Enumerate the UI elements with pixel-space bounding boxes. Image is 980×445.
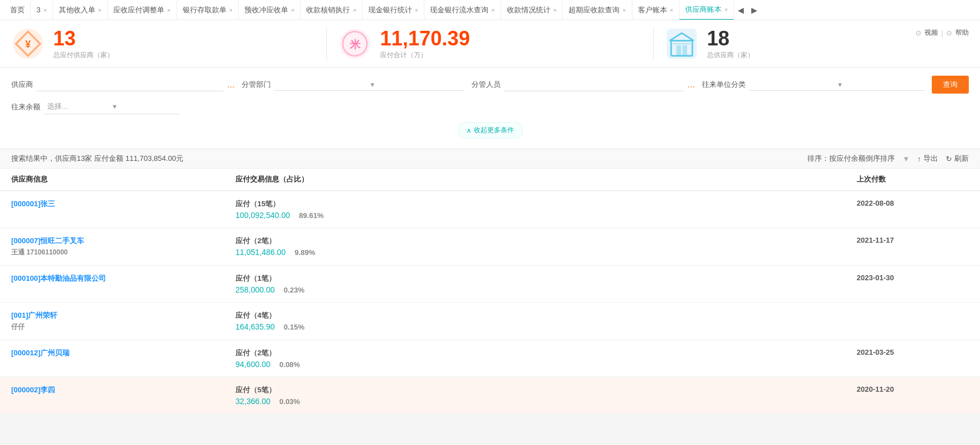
svg-rect-6 [682, 45, 687, 56]
balance-dropdown-icon: ▼ [112, 103, 176, 110]
nav-tab-supplier-ledger[interactable]: 供应商账本 × [679, 0, 734, 20]
trans-amount[interactable]: 94,600.00 [235, 360, 270, 369]
nav-tab-overdue-close[interactable]: × [622, 7, 626, 13]
help-icon: ⊙ [946, 29, 952, 37]
nav-tab-collect-stats-close[interactable]: × [553, 7, 557, 13]
svg-rect-5 [677, 45, 681, 56]
nav-tab-other-income[interactable]: 其他收入单 × [53, 0, 108, 20]
filter-area: 供应商 ... 分管部门 ▼ 分管人员 ... 往来单位分类 ▼ 查询 [0, 68, 980, 149]
balance-filter-value: 选择... [47, 101, 112, 112]
supplier-cell: [000100]本特勤油品有限公司 [11, 274, 235, 284]
supplier-filter-dots[interactable]: ... [227, 80, 234, 90]
filter-category: 往来单位分类 ▼ [702, 79, 926, 91]
nav-tab-customer-ledger[interactable]: 客户账本 × [632, 0, 679, 20]
trans-row: 32,366.00 0.03% [235, 395, 857, 406]
nav-tab-collect-exec-label: 收款核销执行 [306, 5, 350, 15]
last-pay-date: 2022-08-08 [857, 199, 894, 207]
category-filter-select[interactable]: ▼ [749, 79, 926, 91]
nav-tab-cash-bank-stats-close[interactable]: × [415, 7, 418, 13]
trans-amount[interactable]: 164,635.90 [235, 322, 275, 331]
export-label: 导出 [923, 154, 938, 164]
last-pay-cell: 2022-08-08 [857, 199, 969, 207]
last-pay-date: 2023-01-30 [857, 274, 894, 282]
table-row: [000002]李四 应付（5笔） 32,366.00 0.03% 2020-1… [0, 377, 980, 414]
col-header-last-pay: 上次付数 [857, 174, 969, 184]
collapse-chevron-icon: ∧ [466, 127, 471, 135]
sort-dropdown-icon[interactable]: ▼ [903, 155, 910, 163]
stat-payable-total-info: 11,170.39 应付合计（万） [380, 27, 470, 61]
category-dropdown-icon: ▼ [837, 81, 922, 88]
last-pay-date: 2021-11-17 [857, 236, 894, 244]
payable-total-icon: 米 [338, 27, 372, 61]
table-header: 供应商信息 应付交易信息（占比） 上次付数 [0, 169, 980, 191]
nav-tab-cash-bank-stats[interactable]: 现金银行统计 × [363, 0, 424, 20]
filter-supplier: 供应商 ... [11, 78, 235, 91]
nav-tab-advance-receive-close[interactable]: × [291, 7, 294, 13]
nav-tab-advance-receive[interactable]: 预收冲应收单 × [239, 0, 301, 20]
svg-text:¥: ¥ [25, 39, 31, 50]
nav-tab-collect-stats[interactable]: 收款情况统计 × [501, 0, 563, 20]
nav-tab-adjustment[interactable]: 应收应付调整单 × [108, 0, 177, 20]
last-pay-date: 2021-03-25 [857, 348, 894, 356]
filter-dept: 分管部门 ▼ [242, 79, 465, 91]
nav-tab-overdue[interactable]: 超期应收款查询 × [563, 0, 632, 20]
collapse-filter-label: 收起更多条件 [474, 126, 514, 135]
nav-tab-other-income-close[interactable]: × [98, 7, 101, 13]
nav-tab-cash-flow-close[interactable]: × [491, 7, 494, 13]
refresh-label: 刷新 [954, 154, 969, 164]
nav-tab-bank-deposit[interactable]: 银行存取款单 × [177, 0, 239, 20]
trans-amount[interactable]: 32,366.00 [235, 397, 270, 406]
collapse-filter-button[interactable]: ∧ 收起更多条件 [458, 122, 523, 138]
table-row: [000001]张三 应付（15笔） 100,092,540.00 89.61%… [0, 191, 980, 228]
nav-tab-collect-exec-close[interactable]: × [353, 7, 356, 13]
stat-payable-suppliers-info: 13 总应付供应商（家） [53, 27, 114, 61]
supplier-link[interactable]: [000001]张三 [11, 200, 55, 208]
col-header-supplier: 供应商信息 [11, 174, 235, 184]
trans-row: 94,600.00 0.08% [235, 358, 857, 369]
refresh-button[interactable]: ↻ 刷新 [946, 154, 969, 164]
supplier-link[interactable]: [000002]李四 [11, 386, 55, 394]
nav-tab-customer-ledger-close[interactable]: × [670, 7, 673, 13]
help-link[interactable]: 帮助 [955, 28, 969, 38]
supplier-cell: [000002]李四 [11, 385, 235, 395]
nav-tab-3-close[interactable]: × [43, 7, 47, 13]
person-filter-input[interactable] [504, 78, 684, 91]
nav-prev-arrow[interactable]: ◀ [734, 0, 747, 20]
dept-filter-select[interactable]: ▼ [274, 79, 465, 91]
supplier-filter-input[interactable] [36, 78, 224, 91]
sort-select[interactable]: 排序：按应付余额倒序排序 [807, 154, 895, 164]
filter-row-1: 供应商 ... 分管部门 ▼ 分管人员 ... 往来单位分类 ▼ 查询 [11, 76, 969, 94]
nav-tab-3[interactable]: 3 × [31, 0, 53, 20]
export-button[interactable]: ↑ 导出 [918, 154, 939, 164]
nav-tab-cash-flow[interactable]: 现金银行流水查询 × [424, 0, 501, 20]
supplier-link[interactable]: [001]广州荣轩 [11, 311, 57, 319]
filter-row-2: 往来余额 选择... ▼ [11, 99, 969, 114]
dept-filter-label: 分管部门 [242, 80, 271, 90]
nav-tab-adjustment-close[interactable]: × [167, 7, 170, 13]
table-row: [000100]本特勤油品有限公司 应付（1笔） 258,000.00 0.23… [0, 266, 980, 303]
separator: | [941, 29, 943, 37]
person-filter-dots[interactable]: ... [687, 80, 695, 90]
table-row: [000012]广州贝瑞 应付（2笔） 94,600.00 0.08% 2021… [0, 340, 980, 377]
filter-person: 分管人员 ... [471, 78, 695, 91]
dept-dropdown-icon: ▼ [369, 81, 461, 88]
nav-tab-bank-deposit-close[interactable]: × [229, 7, 233, 13]
supplier-link[interactable]: [000007]恒旺二手叉车 [11, 237, 84, 245]
nav-tab-home[interactable]: 首页 [4, 0, 31, 20]
nav-tab-customer-ledger-label: 客户账本 [638, 5, 667, 15]
nav-tab-collect-exec[interactable]: 收款核销执行 × [301, 0, 362, 20]
search-button[interactable]: 查询 [932, 76, 969, 94]
trans-amount[interactable]: 100,092,540.00 [235, 211, 290, 220]
nav-next-arrow[interactable]: ▶ [747, 0, 761, 20]
nav-tab-supplier-ledger-close[interactable]: × [724, 6, 728, 13]
supplier-cell: [000001]张三 [11, 199, 235, 209]
video-link[interactable]: 视频 [924, 28, 938, 38]
transaction-cell: 应付（2笔） 11,051,486.00 9.89% [235, 236, 857, 257]
trans-amount[interactable]: 258,000.00 [235, 285, 275, 294]
balance-filter-label: 往来余额 [11, 102, 40, 112]
trans-amount[interactable]: 11,051,486.00 [235, 248, 286, 257]
balance-filter-select[interactable]: 选择... ▼ [44, 99, 179, 114]
transaction-cell: 应付（15笔） 100,092,540.00 89.61% [235, 199, 857, 220]
supplier-link[interactable]: [000012]广州贝瑞 [11, 349, 70, 357]
supplier-link[interactable]: [000100]本特勤油品有限公司 [11, 274, 106, 282]
